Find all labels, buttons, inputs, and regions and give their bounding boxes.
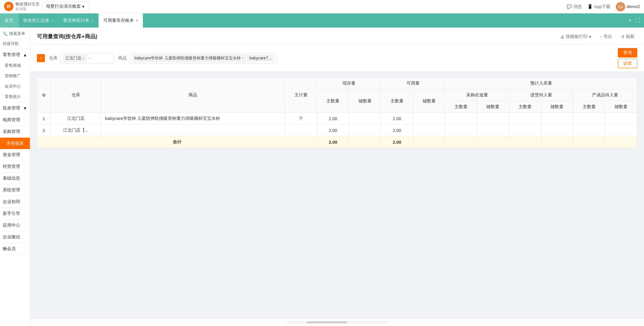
- industry-label: 母婴行业演示账套: [46, 3, 81, 9]
- sidebar-group-finance-header[interactable]: 资金管理: [0, 149, 30, 160]
- logo-text-area: 畅捷通好生意 标准版: [15, 2, 40, 11]
- warehouse-tag-close[interactable]: ×: [83, 56, 85, 60]
- tab-available-stock[interactable]: 可用量库存账本 ×: [99, 13, 143, 28]
- summary-current-aux: [349, 136, 381, 148]
- user-area[interactable]: Ea demo2: [616, 2, 640, 11]
- filter-expand-button[interactable]: »: [37, 54, 45, 62]
- sidebar-quick-nav[interactable]: 快捷导航: [0, 39, 30, 49]
- sidebar-group-wholesale-header[interactable]: 批发管理 ▼: [0, 102, 30, 114]
- sidebar-group-basic-label: 基础信息: [3, 175, 20, 181]
- logo-icon: 好: [4, 2, 13, 11]
- sidebar-group-newuser-header[interactable]: 新手引导: [0, 208, 30, 219]
- th-product: 商品: [101, 78, 285, 113]
- print-button[interactable]: 🖨 按模板打印 ▾: [557, 32, 594, 41]
- sidebar-group-wholesale-label: 批发管理: [3, 105, 20, 111]
- cell-warehouse: 江北门店【...: [51, 125, 101, 136]
- sidebar-search[interactable]: 🔍 搜索菜单: [0, 28, 30, 39]
- sidebar-item-members[interactable]: 会员中心: [0, 81, 30, 92]
- product-tag-1: babycare学饮杯 儿童防摔防撞吸管杯重力球吸嘴杯宝宝水杯 ×: [132, 55, 246, 62]
- cell-pp-aux: [541, 113, 573, 125]
- print-label: 按模板打印: [566, 34, 588, 40]
- tab-available-stock-label: 可用量库存账本: [103, 17, 134, 24]
- sidebar-item-marketing[interactable]: 营销推广: [0, 71, 30, 81]
- sidebar-group-newuser-label: 新手引导: [3, 211, 20, 217]
- expand-button[interactable]: ⛶: [634, 16, 641, 25]
- sidebar-item-retail-mall[interactable]: 零售商城: [0, 60, 30, 71]
- th-pt-main: 主数量: [445, 101, 477, 113]
- sidebar-group-system-header[interactable]: 系统管理: [0, 184, 30, 196]
- sidebar-group-retail-header[interactable]: 零售管理 ▲: [0, 49, 30, 60]
- nav-tabs-end: × ⛶: [625, 13, 644, 28]
- scrollbar-thumb: [307, 321, 347, 323]
- warehouse-filter-label: 仓库: [49, 55, 58, 61]
- summary-pt-aux: [477, 136, 509, 148]
- summary-pt-main: [445, 136, 477, 148]
- message-button[interactable]: 💬 消息: [567, 4, 582, 10]
- table-container: ⚙ 仓库 商品 主计量 现存量 可用量 预计入库量 主数量 辅数量 主数量 辅数…: [30, 72, 644, 318]
- warehouse-more-icon[interactable]: ···: [88, 55, 92, 61]
- refresh-button[interactable]: ↺ 刷新: [618, 32, 637, 41]
- summary-pp-aux: [541, 136, 573, 148]
- product-filter-input[interactable]: babycare学饮杯 儿童防摔防撞吸管杯重力球吸嘴杯宝宝水杯 × babyca…: [129, 53, 277, 63]
- refresh-label: 刷新: [626, 34, 635, 40]
- horizontal-scrollbar[interactable]: [287, 321, 387, 323]
- sidebar-group-newuser: 新手引导: [0, 208, 30, 220]
- sidebar-item-inventory[interactable]: 库存核算: [0, 138, 30, 149]
- cell-current-aux: [349, 125, 381, 136]
- tab-available-stock-close[interactable]: ×: [136, 18, 138, 22]
- summary-pp-main: [509, 136, 541, 148]
- product-tag-2-value: babycare?…: [249, 56, 272, 60]
- tab-order-stats-close[interactable]: ×: [91, 18, 93, 22]
- export-button[interactable]: ↑ 导出: [597, 32, 615, 41]
- tab-home[interactable]: 首页: [0, 13, 18, 28]
- tab-receive-send[interactable]: 收发存汇总表 ×: [18, 13, 58, 28]
- app-download-button[interactable]: 📱 App下载: [587, 4, 610, 10]
- warehouse-filter-input[interactable]: 江北门店 × ···: [60, 53, 114, 63]
- refresh-icon: ↺: [621, 34, 625, 39]
- nav-tabs-bar: 首页 收发存汇总表 × 要货单统计表 × 可用量库存账本 × × ⛶: [0, 13, 644, 28]
- sidebar-group-ecommerce-header[interactable]: 电商管理: [0, 114, 30, 126]
- th-pt-aux: 辅数量: [477, 101, 509, 113]
- warehouse-filter-group: 仓库 江北门店 × ···: [49, 53, 114, 63]
- sidebar-group-enterprise-header[interactable]: 企业协同: [0, 196, 30, 207]
- cell-prod-aux: [605, 113, 637, 125]
- export-label: 导出: [603, 34, 612, 40]
- industry-selector[interactable]: 母婴行业演示账套 ▾: [42, 2, 89, 11]
- product-filter-label: 商品: [118, 55, 127, 61]
- tab-order-stats[interactable]: 要货单统计表 ×: [58, 13, 98, 28]
- sidebar-item-retail-stats[interactable]: 零售统计: [0, 92, 30, 102]
- content-area: 可用量查询(按仓库+商品) 🖨 按模板打印 ▾ ↑ 导出 ↺ 刷新: [30, 28, 644, 326]
- sidebar-group-operations-header[interactable]: 经营管理: [0, 161, 30, 172]
- message-label: 消息: [573, 4, 582, 10]
- settings-button[interactable]: 设置: [618, 59, 637, 68]
- sidebar-group-member-header[interactable]: 畅会员: [0, 243, 30, 254]
- sidebar-group-enterprise-label: 企业协同: [3, 199, 20, 205]
- data-table: ⚙ 仓库 商品 主计量 现存量 可用量 预计入库量 主数量 辅数量 主数量 辅数…: [37, 77, 637, 148]
- sidebar-group-purchase: 采购管理: [0, 126, 30, 138]
- sidebar-group-appstore-header[interactable]: 应用中心: [0, 220, 30, 231]
- sidebar-group-enterprise: 企业协同: [0, 196, 30, 208]
- logo-text: 畅捷通好生意: [15, 2, 40, 6]
- summary-label: 合计: [37, 136, 317, 148]
- th-settings[interactable]: ⚙: [37, 78, 51, 113]
- page-actions: 🖨 按模板打印 ▾ ↑ 导出 ↺ 刷新: [557, 32, 638, 41]
- table-footer: [30, 318, 644, 326]
- th-current-main: 主数量: [317, 89, 349, 113]
- logo-sub: 标准版: [15, 6, 40, 11]
- sidebar-group-wechat: 企业微信: [0, 231, 30, 243]
- sidebar-group-wechat-header[interactable]: 企业微信: [0, 231, 30, 243]
- sidebar-group-wechat-label: 企业微信: [3, 234, 20, 240]
- sidebar-group-retail-label: 零售管理: [3, 52, 20, 58]
- sidebar-group-purchase-header[interactable]: 采购管理: [0, 126, 30, 137]
- message-icon: 💬: [567, 4, 572, 9]
- product-tag-1-close[interactable]: ×: [242, 56, 244, 60]
- tab-receive-send-close[interactable]: ×: [51, 18, 53, 22]
- th-forecast-in: 预计入库量: [445, 78, 637, 89]
- logo-area: 好 畅捷通好生意 标准版: [4, 2, 40, 11]
- product-tag-2: babycare?…: [247, 55, 274, 61]
- sidebar-group-basic-header[interactable]: 基础信息: [0, 173, 30, 184]
- close-all-button[interactable]: ×: [627, 16, 633, 25]
- query-button[interactable]: 查询: [618, 48, 637, 57]
- sidebar-group-purchase-label: 采购管理: [3, 129, 20, 135]
- cell-current-aux: [349, 113, 381, 125]
